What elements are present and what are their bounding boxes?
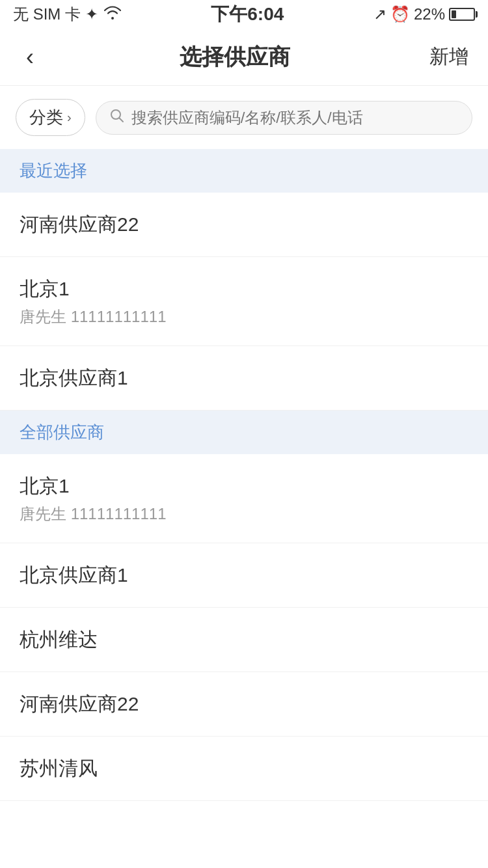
item-name: 苏州清风: [20, 755, 468, 782]
svg-line-1: [119, 118, 123, 122]
item-name: 北京供应商1: [20, 562, 468, 589]
all-section-header: 全部供应商: [0, 411, 488, 454]
page-title: 选择供应商: [180, 42, 290, 72]
back-button[interactable]: ‹: [20, 37, 40, 77]
search-input[interactable]: [131, 109, 459, 127]
category-button[interactable]: 分类 ›: [16, 99, 85, 136]
filter-bar: 分类 ›: [0, 86, 488, 149]
item-name: 杭州维达: [20, 626, 468, 653]
status-left: 无 SIM 卡 ✦: [13, 4, 122, 25]
all-items-list: 北京1唐先生 11111111111北京供应商1杭州维达河南供应商22苏州清风: [0, 454, 488, 801]
item-name: 河南供应商22: [20, 211, 468, 238]
item-name: 河南供应商22: [20, 690, 468, 718]
list-item[interactable]: 河南供应商22: [0, 672, 488, 737]
list-item[interactable]: 苏州清风: [0, 737, 488, 801]
nav-bar: ‹ 选择供应商 新增: [0, 29, 488, 86]
list-item[interactable]: 北京供应商1: [0, 346, 488, 411]
recent-items-list: 河南供应商22北京1唐先生 11111111111北京供应商1: [0, 193, 488, 411]
recent-section-header: 最近选择: [0, 149, 488, 193]
list-item[interactable]: 北京供应商1: [0, 543, 488, 608]
wifi-icon: [103, 5, 122, 23]
item-sub: 唐先生 11111111111: [20, 504, 468, 524]
search-icon: [109, 108, 125, 128]
item-name: 北京1: [20, 472, 468, 500]
status-bar: 无 SIM 卡 ✦ 下午6:04 ↗ ⏰ 22%: [0, 0, 488, 29]
battery-icon: [449, 8, 475, 21]
search-bar: [96, 101, 472, 135]
item-name: 北京1: [20, 275, 468, 303]
list-item[interactable]: 北京1唐先生 11111111111: [0, 454, 488, 543]
alarm-icon: ⏰: [390, 5, 410, 23]
status-right: ↗ ⏰ 22%: [373, 5, 475, 23]
list-item[interactable]: 杭州维达: [0, 608, 488, 672]
location-icon: ↗: [373, 5, 386, 23]
item-sub: 唐先生 11111111111: [20, 306, 468, 327]
chevron-right-icon: ›: [67, 110, 72, 125]
list-item[interactable]: 北京1唐先生 11111111111: [0, 257, 488, 346]
sim-label: 无 SIM 卡 ✦: [13, 4, 98, 25]
category-label: 分类: [29, 106, 63, 129]
battery-percent: 22%: [414, 5, 445, 23]
status-time: 下午6:04: [211, 2, 284, 27]
list-item[interactable]: 河南供应商22: [0, 193, 488, 257]
item-name: 北京供应商1: [20, 364, 468, 392]
add-button[interactable]: 新增: [429, 44, 468, 70]
